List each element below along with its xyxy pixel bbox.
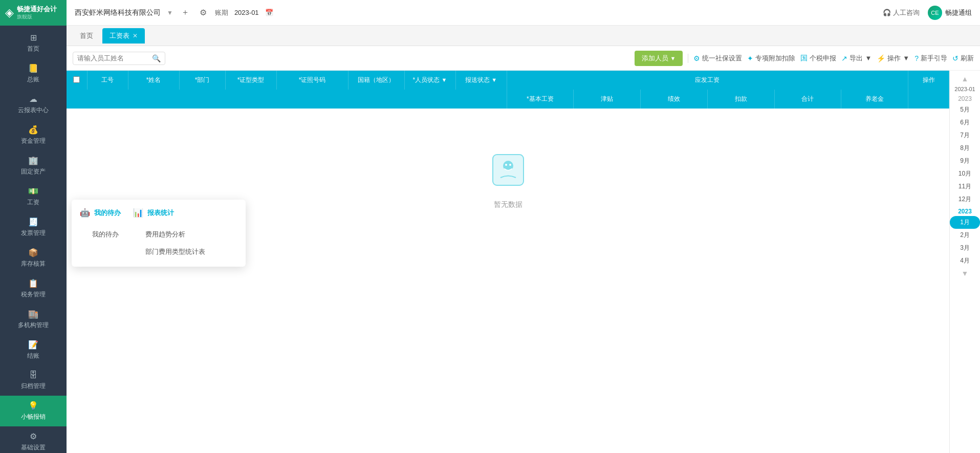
special-deduction-action[interactable]: ✦ 专项附加扣除 [747, 54, 795, 63]
operation-label: 操作 [887, 54, 901, 63]
special-deduction-icon: ✦ [747, 54, 753, 62]
nav-label-11: 归档管理 [21, 382, 46, 391]
th-pension: 养老金 [841, 90, 908, 109]
tab-home[interactable]: 首页 [73, 28, 100, 44]
nav-icon-4: 🏢 [28, 156, 38, 165]
sidebar-item-5[interactable]: 💵 工资 [0, 181, 67, 212]
sidebar-item-10[interactable]: 📝 结账 [0, 335, 67, 365]
sidebar-nav: ⊞ 首页 📒 总账 ☁ 云报表中心 💰 资金管理 🏢 固定资产 💵 工资 🧾 发… [0, 26, 67, 453]
guide-action[interactable]: ? 新手引导 [914, 54, 947, 63]
toolbar: 🔍 添加人员 ▼ ⚙ 统一社保设置 ✦ 专项附加扣除 [67, 46, 980, 71]
empty-text: 暂无数据 [494, 200, 522, 209]
social-security-action[interactable]: ⚙ 统一社保设置 [693, 54, 742, 63]
th-bonus: 津贴 [574, 90, 641, 109]
report-icon: 📊 [133, 208, 143, 218]
timeline-month-9[interactable]: 9月 [950, 155, 980, 167]
settings-icon[interactable]: ⚙ [198, 6, 209, 19]
operation-arrow-icon: ▼ [903, 54, 909, 62]
tax-report-action[interactable]: 国 个税申报 [800, 54, 836, 63]
nav-icon-10: 📝 [28, 340, 38, 350]
sidebar-item-1[interactable]: 📒 总账 [0, 58, 67, 89]
th-operation: 操作 [908, 71, 949, 90]
timeline-month-6[interactable]: 6月 [950, 116, 980, 129]
timeline-month-3[interactable]: 3月 [950, 242, 980, 254]
sidebar-item-9[interactable]: 🏬 多机构管理 [0, 304, 67, 335]
th-perstatus[interactable]: *人员状态 ▼ [404, 71, 455, 90]
export-icon: ↗ [841, 54, 847, 62]
nav-label-13: 基础设置 [21, 443, 46, 452]
search-icon[interactable]: 🔍 [152, 54, 161, 62]
company-dropdown-icon[interactable]: ▼ [167, 9, 173, 16]
timeline-month-5[interactable]: 5月 [950, 103, 980, 116]
sidebar-item-12[interactable]: 💡 小畅报销 [0, 396, 67, 426]
sidebar-item-4[interactable]: 🏢 固定资产 [0, 150, 67, 181]
sidebar-item-8[interactable]: 📋 税务管理 [0, 273, 67, 304]
nav-icon-5: 💵 [28, 186, 38, 196]
operation-action[interactable]: ⚡ 操作 ▼ [877, 54, 909, 63]
perstatus-filter[interactable]: *人员状态 [413, 76, 440, 84]
th-basic: *基本工资 [507, 90, 574, 109]
todo-title: 我的待办 [94, 208, 121, 218]
name-sort[interactable]: *姓名 [146, 76, 161, 84]
add-company-btn[interactable]: ＋ [179, 5, 191, 20]
select-all-checkbox[interactable] [73, 76, 80, 83]
sidebar-item-6[interactable]: 🧾 发票管理 [0, 212, 67, 243]
tab-home-label: 首页 [80, 31, 93, 40]
timeline-month-4[interactable]: 4月 [950, 254, 980, 267]
timeline-month-1[interactable]: 1月 [950, 216, 980, 229]
period-label: 账期 [215, 8, 228, 17]
social-security-label: 统一社保设置 [702, 54, 742, 63]
nav-icon-3: 💰 [28, 125, 38, 135]
timeline-month-10[interactable]: 10月 [950, 167, 980, 180]
empty-icon [488, 149, 529, 192]
logo-sub: 旗舰版 [17, 13, 57, 20]
timeline-down-btn[interactable]: ▼ [960, 267, 971, 279]
th-salary-group: 应发工资 [507, 71, 908, 90]
search-input[interactable] [77, 54, 149, 62]
guide-label: 新手引导 [921, 54, 947, 63]
user-info[interactable]: CE 畅捷通组 [928, 6, 972, 20]
tab-salary[interactable]: 工资表 ✕ [102, 28, 145, 44]
guide-icon: ? [914, 54, 919, 62]
th-report[interactable]: 报送状态 ▼ [455, 71, 507, 90]
service-btn[interactable]: 🎧 人工咨询 [883, 8, 920, 17]
popup-item-dept-cost[interactable]: 部门费用类型统计表 [133, 245, 205, 258]
refresh-action[interactable]: ↺ 刷新 [952, 54, 974, 63]
tab-close-icon[interactable]: ✕ [133, 32, 138, 39]
timeline-month-2[interactable]: 2月 [950, 229, 980, 242]
nav-label-6: 发票管理 [21, 229, 46, 238]
th-name[interactable]: *姓名 [128, 71, 179, 90]
timeline-up-btn[interactable]: ▲ [960, 73, 971, 85]
perstatus-filter-icon[interactable]: ▼ [442, 77, 447, 83]
sidebar-item-11[interactable]: 🗄 归档管理 [0, 365, 67, 396]
sidebar-item-3[interactable]: 💰 资金管理 [0, 120, 67, 150]
avatar: CE [928, 6, 942, 20]
calendar-icon[interactable]: 📅 [265, 9, 273, 16]
th-empty-spacer [67, 90, 507, 109]
refresh-icon: ↺ [952, 54, 959, 62]
popup-item-todo[interactable]: 我的待办 [80, 228, 121, 241]
nav-label-10: 结账 [27, 352, 39, 360]
th-idtype: *证型类型 [225, 71, 276, 90]
sidebar-item-0[interactable]: ⊞ 首页 [0, 28, 67, 58]
nav-icon-8: 📋 [28, 278, 38, 288]
tax-report-label: 个税申报 [810, 54, 836, 63]
top-bar: 西安虾米网络科技有限公司 ▼ ＋ ⚙ 账期 2023-01 📅 🎧 人工咨询 C… [67, 0, 980, 26]
add-people-button[interactable]: 添加人员 ▼ [635, 51, 683, 66]
app-logo[interactable]: ◈ 畅捷通好会计 旗舰版 [0, 0, 67, 26]
th-checkbox[interactable] [67, 71, 87, 90]
popup-menu: 🤖 我的待办 我的待办 📊 报表统计 费用趋势分析 部门费用类型统计表 [72, 200, 246, 267]
timeline-month-8[interactable]: 8月 [950, 142, 980, 155]
nav-icon-2: ☁ [29, 94, 37, 104]
timeline-month-12[interactable]: 12月 [950, 193, 980, 206]
table-header-detail-row: *基本工资 津贴 绩效 扣款 合计 养老金 [67, 90, 949, 109]
timeline-month-11[interactable]: 11月 [950, 180, 980, 193]
sidebar-item-2[interactable]: ☁ 云报表中心 [0, 89, 67, 120]
popup-item-cost-trend[interactable]: 费用趋势分析 [133, 228, 205, 241]
export-action[interactable]: ↗ 导出 ▼ [841, 54, 872, 63]
report-filter-icon[interactable]: ▼ [491, 77, 497, 83]
timeline-month-7[interactable]: 7月 [950, 129, 980, 142]
sidebar-item-13[interactable]: ⚙ 基础设置 [0, 426, 67, 453]
report-filter-label: 报送状态 [465, 76, 490, 83]
sidebar-item-7[interactable]: 📦 库存核算 [0, 243, 67, 273]
